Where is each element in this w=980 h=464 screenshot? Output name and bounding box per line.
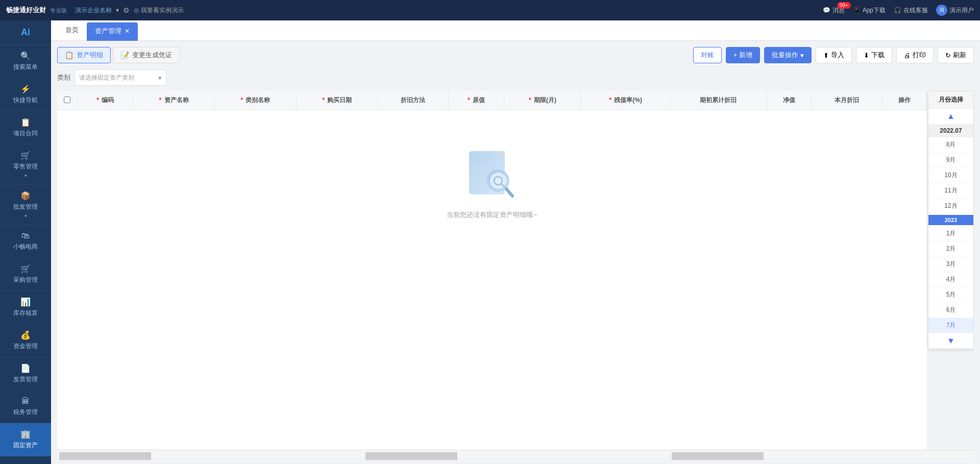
message-button[interactable]: 💬 消息 99+: [823, 6, 845, 15]
sidebar-item-tax[interactable]: 🏛 税务管理: [0, 390, 51, 423]
app-download-button[interactable]: 📱 App下载: [853, 6, 886, 15]
month-5[interactable]: 5月: [928, 287, 973, 303]
user-avatar: 用: [936, 5, 947, 16]
add-button[interactable]: + 新增: [726, 47, 760, 63]
svg-line-9: [506, 189, 512, 196]
month-panel-up[interactable]: ▲: [928, 109, 973, 124]
col-checkbox: [57, 91, 78, 110]
print-button[interactable]: 🖨 打印: [896, 47, 934, 63]
import-label: 导入: [831, 51, 844, 60]
col-depreciation-method: 折旧方法: [378, 91, 448, 110]
col-period: * 期限(月): [504, 91, 581, 110]
col-category-label: 类别名称: [246, 96, 270, 104]
sidebar-item-project[interactable]: 📋 项目合同: [0, 111, 51, 144]
sidebar-item-label: 采购管理: [13, 276, 38, 284]
month-11[interactable]: 11月: [928, 183, 973, 199]
sub-tab-asset-detail-label: 资产明细: [77, 51, 103, 60]
category-select[interactable]: 请选择固定资产类别 ▾: [75, 69, 166, 86]
sidebar-item-label: 搜索菜单: [13, 63, 38, 71]
chevron-down-icon: ▾: [24, 173, 27, 178]
app-subtitle: 专业版: [50, 7, 67, 14]
import-button[interactable]: ⬆ 导入: [816, 47, 852, 63]
chevron-down-icon: ▾: [24, 213, 27, 218]
month-4[interactable]: 4月: [928, 272, 973, 287]
download-button[interactable]: ⬇ 下载: [856, 47, 892, 63]
month-panel-selected-date: 2022.07: [928, 124, 973, 137]
sidebar-item-finance[interactable]: 💰 资金管理: [0, 324, 51, 357]
select-all-checkbox[interactable]: [64, 96, 70, 103]
sidebar-item-label: 发票管理: [13, 375, 38, 384]
col-net-value-label: 净值: [783, 96, 795, 104]
app-download-label: App下载: [863, 6, 886, 15]
month-12[interactable]: 12月: [928, 199, 973, 214]
sidebar-item-label: 资金管理: [13, 342, 38, 351]
user-name: 演示用户: [949, 6, 974, 15]
sidebar-item-shortcut[interactable]: ⚡ 快捷导航: [0, 78, 51, 111]
sidebar-item-purchase[interactable]: 🛒 采购管理: [0, 258, 51, 291]
tab-close-icon[interactable]: ✕: [125, 28, 130, 35]
sidebar-item-inventory[interactable]: 📊 库存核算: [0, 291, 51, 324]
sub-tabs: 📋 资产明细 📝 变更生成凭证 对账 + 新增 批量操作: [57, 47, 974, 63]
month-1[interactable]: 1月: [928, 226, 973, 241]
sidebar-item-label: 库存核算: [13, 309, 38, 318]
sidebar-item-salary[interactable]: 💵 工资: [0, 456, 51, 464]
sidebar-item-search[interactable]: 🔍 搜索菜单: [0, 45, 51, 78]
col-category: * 类别名称: [215, 91, 297, 110]
sidebar-item-ecommerce[interactable]: 🛍 小畅电商: [0, 225, 51, 258]
tab-asset-mgmt[interactable]: 资产管理 ✕: [87, 22, 138, 41]
sidebar-item-fixed-asset[interactable]: 🏢 固定资产: [0, 423, 51, 456]
sub-tab-change-voucher[interactable]: 📝 变更生成凭证: [113, 47, 180, 63]
online-service-button[interactable]: 🎧 在线客服: [894, 6, 928, 15]
logo-text: Ai: [4, 27, 47, 38]
month-9[interactable]: 9月: [928, 153, 973, 168]
message-count: 99+: [837, 2, 851, 9]
sidebar-logo: Ai: [0, 20, 51, 45]
user-menu[interactable]: 用 演示用户: [936, 5, 974, 16]
top-bar: 畅捷通好业财 专业版 演示企业名称 ▾ ⚙ 我要看实例演示 💬 消息 99+ 📱…: [0, 0, 980, 20]
col-code: * 编码: [78, 91, 133, 110]
asset-detail-icon: 📋: [65, 51, 74, 59]
empty-row: 当前您还没有固定资产明细哦~: [57, 110, 927, 251]
download-label: 下载: [871, 51, 885, 60]
demo-link[interactable]: 我要看实例演示: [134, 6, 184, 15]
batch-button[interactable]: 批量操作 ▾: [764, 47, 812, 63]
month-8[interactable]: 8月: [928, 137, 973, 153]
selected-date: 2022.07: [940, 127, 962, 134]
company-name: 演示企业名称: [75, 6, 112, 15]
top-bar-left: 畅捷通好业财 专业版 演示企业名称 ▾ ⚙ 我要看实例演示: [6, 6, 818, 15]
sub-tab-asset-detail[interactable]: 📋 资产明细: [57, 47, 111, 63]
settings-icon[interactable]: ⚙: [123, 6, 130, 14]
add-label: + 新增: [733, 51, 752, 60]
refresh-button[interactable]: ↻ 刷新: [938, 47, 974, 63]
sub-tab-change-voucher-label: 变更生成凭证: [132, 51, 172, 60]
month-panel-title: 月份选择: [928, 91, 973, 109]
month-10[interactable]: 10月: [928, 168, 973, 183]
company-dropdown[interactable]: ▾: [116, 7, 119, 14]
col-monthly-depreciation: 本月折旧: [812, 91, 882, 110]
month-2[interactable]: 2月: [928, 241, 973, 257]
month-3[interactable]: 3月: [928, 257, 973, 272]
tab-home[interactable]: 首页: [57, 20, 87, 41]
empty-text: 当前您还没有固定资产明细哦~: [447, 210, 537, 219]
sidebar-item-retail[interactable]: 🛒 零售管理 ▾: [0, 144, 51, 185]
ecommerce-icon: 🛍: [21, 231, 30, 240]
col-original-value-label: 原值: [473, 96, 485, 104]
tab-home-label: 首页: [65, 26, 79, 35]
toolbar-actions: 对账 + 新增 批量操作 ▾ ⬆ 导入 ⬇ 下载: [693, 47, 974, 63]
tab-asset-mgmt-label: 资产管理: [95, 27, 121, 36]
sidebar-item-invoice[interactable]: 📄 发票管理: [0, 357, 51, 390]
tax-icon: 🏛: [21, 397, 30, 406]
month-6[interactable]: 6月: [928, 303, 973, 318]
bottom-scrollbar[interactable]: [57, 450, 974, 458]
reconcile-label: 对账: [701, 51, 714, 60]
month-7[interactable]: 7月: [928, 318, 973, 333]
table-body: 当前您还没有固定资产明细哦~: [57, 110, 927, 251]
col-operation: 操作: [882, 91, 926, 110]
empty-cell: 当前您还没有固定资产明细哦~: [57, 110, 927, 251]
finance-icon: 💰: [20, 330, 31, 340]
year-2023-badge: 2023: [928, 215, 973, 225]
asset-table-element: * 编码 * 资产名称 * 类别名称: [57, 91, 927, 250]
reconcile-button[interactable]: 对账: [693, 47, 722, 63]
month-panel-down[interactable]: ▼: [928, 333, 973, 349]
sidebar-item-wholesale[interactable]: 📦 批发管理 ▾: [0, 185, 51, 225]
